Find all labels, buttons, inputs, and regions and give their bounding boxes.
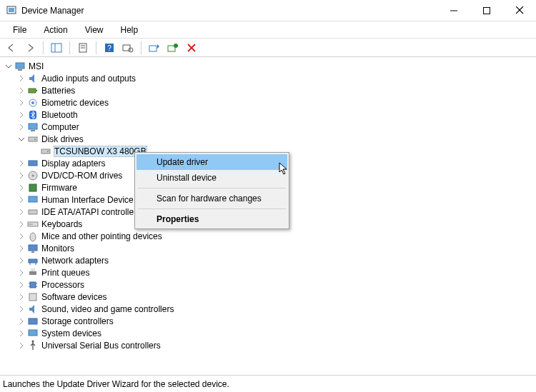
tree-item-monitors[interactable]: Monitors: [0, 242, 536, 254]
keyboard-icon: [27, 218, 39, 230]
chevron-right-icon[interactable]: [17, 305, 26, 313]
tree-item-processors[interactable]: Processors: [0, 278, 536, 291]
help-icon[interactable]: ?: [101, 40, 118, 56]
tree-item-print[interactable]: Print queues: [0, 266, 536, 278]
uninstall-device-icon[interactable]: [164, 40, 182, 56]
menu-help[interactable]: Help: [114, 24, 146, 36]
chevron-right-icon[interactable]: [17, 220, 26, 228]
tree-item-computer[interactable]: Computer: [0, 121, 536, 133]
tree-label: Disk drives: [41, 134, 84, 144]
separator: [43, 41, 44, 54]
storage-icon: [27, 316, 39, 327]
chevron-right-icon[interactable]: [17, 196, 26, 204]
separator: [141, 41, 142, 54]
chevron-right-icon[interactable]: [17, 281, 26, 289]
tree-label: TCSUNBOW X3 480GB: [54, 146, 147, 156]
chevron-right-icon[interactable]: [17, 111, 26, 119]
chevron-right-icon[interactable]: [17, 74, 26, 83]
svg-rect-28: [31, 130, 35, 131]
chevron-down-icon[interactable]: [17, 135, 26, 144]
tree-root[interactable]: MSI: [0, 60, 536, 72]
tree-item-storage[interactable]: Storage controllers: [0, 315, 536, 327]
chevron-right-icon[interactable]: [17, 329, 26, 338]
chevron-right-icon[interactable]: [17, 256, 26, 265]
show-hide-console-icon[interactable]: [48, 40, 65, 56]
hid-icon: [27, 194, 39, 206]
chevron-right-icon[interactable]: [17, 184, 26, 192]
chevron-right-icon[interactable]: [17, 232, 26, 241]
tree-label: Sound, video and game controllers: [41, 304, 174, 314]
close-button[interactable]: [503, 0, 536, 21]
menu-file[interactable]: File: [6, 24, 34, 36]
chevron-right-icon[interactable]: [17, 171, 26, 180]
maximize-button[interactable]: [470, 0, 503, 21]
tree-item-usb[interactable]: Universal Serial Bus controllers: [0, 339, 536, 351]
disable-device-icon[interactable]: [183, 40, 200, 56]
update-driver-icon[interactable]: [146, 40, 163, 56]
chevron-right-icon[interactable]: [17, 317, 26, 326]
tree-item-audio[interactable]: Audio inputs and outputs: [0, 72, 536, 84]
separator: [69, 41, 70, 54]
tree-item-bluetooth[interactable]: Bluetooth: [0, 109, 536, 121]
svg-point-30: [34, 139, 36, 140]
mouse-icon: [27, 231, 39, 242]
chevron-right-icon[interactable]: [17, 268, 26, 277]
scan-hardware-icon[interactable]: [119, 40, 137, 56]
network-icon: [27, 255, 39, 266]
chevron-right-icon[interactable]: [17, 159, 26, 168]
svg-rect-57: [29, 318, 37, 324]
disk-drive-icon: [27, 134, 39, 145]
tree-item-mice[interactable]: Mice and other pointing devices: [0, 230, 536, 242]
context-properties[interactable]: Properties: [137, 211, 287, 227]
toolbar: ?: [0, 39, 536, 57]
back-button[interactable]: [3, 40, 20, 56]
chevron-right-icon[interactable]: [17, 99, 26, 107]
svg-rect-3: [484, 7, 490, 14]
tree-label: Batteries: [41, 86, 75, 96]
chevron-right-icon[interactable]: [17, 341, 26, 350]
tree-item-biometric[interactable]: Biometric devices: [0, 96, 536, 109]
minimize-button[interactable]: [437, 0, 470, 21]
tree-label: Software devices: [41, 292, 106, 302]
chevron-right-icon[interactable]: [17, 244, 26, 253]
context-menu: Update driver Uninstall device Scan for …: [134, 152, 289, 229]
svg-rect-22: [29, 89, 36, 93]
tree-item-disk-drives[interactable]: Disk drives: [0, 133, 536, 145]
svg-rect-20: [16, 63, 24, 69]
chevron-right-icon[interactable]: [17, 123, 26, 131]
tree-item-sound[interactable]: Sound, video and game controllers: [0, 303, 536, 315]
menu-view[interactable]: View: [78, 24, 111, 36]
expander-empty: [30, 147, 39, 156]
tree-label: Bluetooth: [41, 110, 78, 120]
tree-label: System devices: [41, 328, 101, 338]
chevron-right-icon[interactable]: [17, 86, 26, 95]
tree-label: Human Interface Device: [41, 195, 134, 205]
forward-button[interactable]: [21, 40, 39, 56]
audio-icon: [27, 73, 39, 84]
context-update-driver[interactable]: Update driver: [137, 154, 287, 170]
tree-item-software[interactable]: Software devices: [0, 291, 536, 303]
svg-rect-15: [149, 46, 157, 51]
svg-rect-29: [29, 137, 37, 141]
context-scan-hardware[interactable]: Scan for hardware changes: [137, 191, 287, 206]
chevron-right-icon[interactable]: [17, 208, 26, 216]
tree-item-system[interactable]: System devices: [0, 327, 536, 339]
menu-action[interactable]: Action: [36, 24, 74, 36]
context-uninstall-device[interactable]: Uninstall device: [137, 170, 287, 186]
menubar: File Action View Help: [0, 21, 536, 39]
tree-label: DVD/CD-ROM drives: [41, 171, 122, 181]
tree-label: Firmware: [41, 183, 77, 193]
statusbar: Launches the Update Driver Wizard for th…: [0, 375, 536, 392]
status-text: Launches the Update Driver Wizard for th…: [3, 379, 229, 389]
monitor-icon: [27, 243, 39, 254]
tree-item-batteries[interactable]: Batteries: [0, 84, 536, 96]
tree-item-network[interactable]: Network adapters: [0, 254, 536, 266]
svg-rect-36: [29, 184, 36, 191]
chevron-right-icon[interactable]: [17, 293, 26, 301]
properties-icon[interactable]: [74, 40, 91, 56]
chevron-down-icon[interactable]: [4, 62, 13, 71]
svg-rect-1: [9, 8, 14, 12]
svg-rect-58: [29, 330, 37, 336]
tree-label: Monitors: [41, 243, 74, 253]
svg-rect-49: [29, 271, 36, 275]
